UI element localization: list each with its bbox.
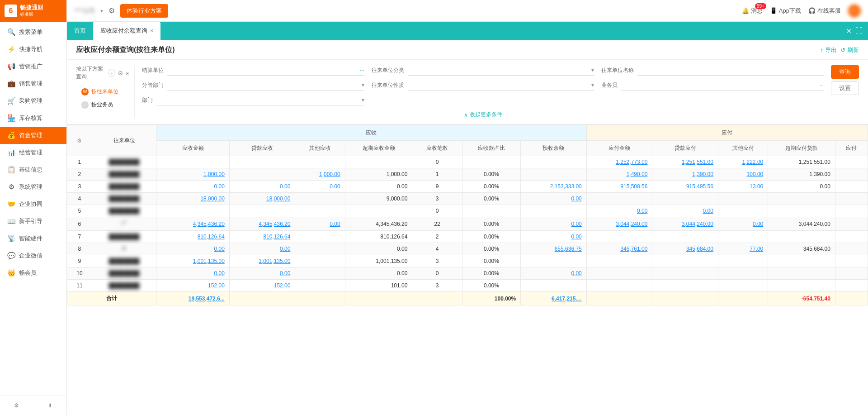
row-rec-overdue <box>345 156 412 168</box>
sidebar-item-畅会员[interactable]: 👑畅会员 <box>0 264 66 281</box>
logo-icon: 6 <box>5 5 17 17</box>
row-pay-other <box>718 231 768 243</box>
table-settings-icon[interactable]: ⚙ <box>77 138 82 144</box>
add-scheme-btn[interactable]: + <box>108 69 115 77</box>
export-btn[interactable]: ↑ 导出 <box>821 46 837 54</box>
table-row: 9 ████████ 1,001,135.00 1,001,135.00 1,0… <box>67 255 868 267</box>
scheme-by-salesman[interactable]: ⊙ 按业务员 <box>76 98 129 111</box>
scheme-salesman-icon: ⊙ <box>81 101 89 109</box>
col-partner-header: 往来单位 <box>92 125 156 156</box>
row-rec-ratio: 0.00% <box>462 217 520 231</box>
row-idx: 10 <box>67 267 92 280</box>
total-rec-overdue <box>345 292 412 305</box>
row-rec-amount <box>156 156 230 168</box>
tab-close-icon[interactable]: × <box>150 28 153 34</box>
query-btn[interactable]: 查询 <box>831 65 859 79</box>
row-pay-other <box>718 255 768 267</box>
row-rec-other: 0.00 <box>295 217 345 231</box>
tab-home[interactable]: 首页 <box>67 22 93 40</box>
messages-btn[interactable]: 🔔 消息 99+ <box>742 7 763 15</box>
user-avatar[interactable]: Rit <box>848 5 861 17</box>
chevron-down-icon[interactable]: ▾ <box>100 8 103 14</box>
total-pay-other <box>718 292 768 305</box>
sidebar-item-系统管理[interactable]: ⚙系统管理 <box>0 178 66 196</box>
filter-department-select[interactable]: ▾ <box>156 95 364 105</box>
setting-btn[interactable]: 设置 <box>831 81 859 95</box>
row-pay-loan: 1,251,551.00 <box>652 156 718 168</box>
row-pay-amount <box>586 231 652 243</box>
filter-salesman-input[interactable]: ··· <box>621 80 824 91</box>
settlement-dots-icon[interactable]: ··· <box>360 67 364 73</box>
row-pay-amount: 345,761.00 <box>586 243 652 255</box>
filter-dept-select[interactable]: ▾ <box>167 80 364 91</box>
partner-name-input[interactable] <box>637 65 824 76</box>
tab-fullscreen-icon[interactable]: ⛶ <box>855 27 863 35</box>
filter-settlement-input[interactable]: ··· <box>167 65 364 76</box>
filter-salesman-label: 业务员 <box>601 81 618 89</box>
refresh-btn[interactable]: ↺ 刷新 <box>840 46 859 54</box>
filter-partner-nature-select[interactable]: ▾ <box>408 80 594 91</box>
sidebar-item-销售管理[interactable]: 💼销售管理 <box>0 75 66 92</box>
sidebar-item-企业协同[interactable]: 🤝企业协同 <box>0 196 66 213</box>
scheme-settings-icon[interactable]: ⊙ <box>118 70 123 76</box>
filter-partner-nature-label: 往来单位性质 <box>372 81 404 89</box>
sidebar-item-企业微信[interactable]: 💬企业微信 <box>0 247 66 264</box>
row-rec-amount: 18,000.00 <box>156 193 230 205</box>
row-pay-overdue <box>768 193 835 205</box>
row-pay-amount: 3,044,240.00 <box>586 217 652 231</box>
row-rec-ratio: 0.00% <box>462 243 520 255</box>
sidebar-item-快捷导航[interactable]: ⚡快捷导航 <box>0 41 66 58</box>
row-idx: 2 <box>67 168 92 181</box>
row-rec-ratio: 0.00% <box>462 267 520 280</box>
row-pay-other <box>718 280 768 292</box>
salesman-dots-icon[interactable]: ··· <box>819 82 824 88</box>
sidebar-item-新手引导[interactable]: 📖新手引导 <box>0 213 66 230</box>
sidebar-icon-1: ⚡ <box>7 45 15 53</box>
sidebar-collapse-btn[interactable]: ⏸ <box>42 400 57 411</box>
row-pay-loan <box>652 267 718 280</box>
sidebar-item-营销推广[interactable]: 📢营销推广 <box>0 58 66 75</box>
sidebar-item-基础信息[interactable]: 📋基础信息 <box>0 161 66 178</box>
sidebar-item-采购管理[interactable]: 🛒采购管理 <box>0 92 66 110</box>
row-rec-prepay: 0.00 <box>521 267 587 280</box>
sidebar-icon-8: 📋 <box>7 166 15 174</box>
sidebar-icon-4: 🛒 <box>7 97 15 105</box>
row-pay-more <box>835 255 868 267</box>
department-chevron-icon: ▾ <box>362 97 364 103</box>
row-pay-overdue <box>768 255 835 267</box>
sidebar-settings-btn[interactable]: ⚙ <box>9 400 24 411</box>
row-pay-loan <box>652 231 718 243</box>
promo-button[interactable]: 体验行业方案 <box>120 4 168 18</box>
row-rec-ratio: 0.00% <box>462 181 520 193</box>
total-rec-loan <box>229 292 295 305</box>
topbar: ****公司 ▾ ⚙ 体验行业方案 🔔 消息 99+ 📱 App下载 🎧 在线客… <box>67 0 868 22</box>
sidebar-icon-11: 📖 <box>7 217 15 225</box>
row-idx: 8 <box>67 243 92 255</box>
sidebar-item-库存核算[interactable]: 🏪库存核算 <box>0 110 66 127</box>
row-rec-other <box>295 255 345 267</box>
tab-current[interactable]: 应收应付余额查询 × <box>93 22 160 40</box>
sidebar-item-资金管理[interactable]: 💰资金管理 <box>0 127 66 144</box>
tab-close-window-icon[interactable]: ✕ <box>846 27 852 35</box>
online-service-btn[interactable]: 🎧 在线客服 <box>808 7 841 15</box>
filter-partner-cat-select[interactable]: ▾ <box>408 65 594 76</box>
row-idx: 3 <box>67 181 92 193</box>
collapse-filters-btn[interactable]: ∧ 收起更多条件 <box>142 109 824 119</box>
scheme-panel: 按以下方案查询 + ⊙ « W 按往来单位 ⊙ 按业务员 <box>76 65 135 119</box>
topbar-settings-icon[interactable]: ⚙ <box>108 6 115 15</box>
row-rec-overdue: 0.00 <box>345 243 412 255</box>
row-pay-other: 100.00 <box>718 168 768 181</box>
sidebar-item-经营管理[interactable]: 📊经营管理 <box>0 144 66 161</box>
page-actions: ↑ 导出 ↺ 刷新 <box>821 46 859 54</box>
app-download-btn[interactable]: 📱 App下载 <box>770 7 801 15</box>
col-rec-loan: 贷款应收 <box>229 141 295 156</box>
row-pay-amount: 1,490.00 <box>586 168 652 181</box>
row-pay-other: 77.00 <box>718 243 768 255</box>
filter-partner-cat-label: 往来单位分类 <box>372 67 404 74</box>
scheme-back-icon[interactable]: « <box>126 70 129 76</box>
sidebar-item-搜索菜单[interactable]: 🔍搜索菜单 <box>0 24 66 41</box>
sidebar-item-智能硬件[interactable]: 📡智能硬件 <box>0 230 66 247</box>
row-pay-other <box>718 205 768 217</box>
row-rec-amount: 0.00 <box>156 267 230 280</box>
scheme-by-partner[interactable]: W 按往来单位 <box>76 85 129 98</box>
